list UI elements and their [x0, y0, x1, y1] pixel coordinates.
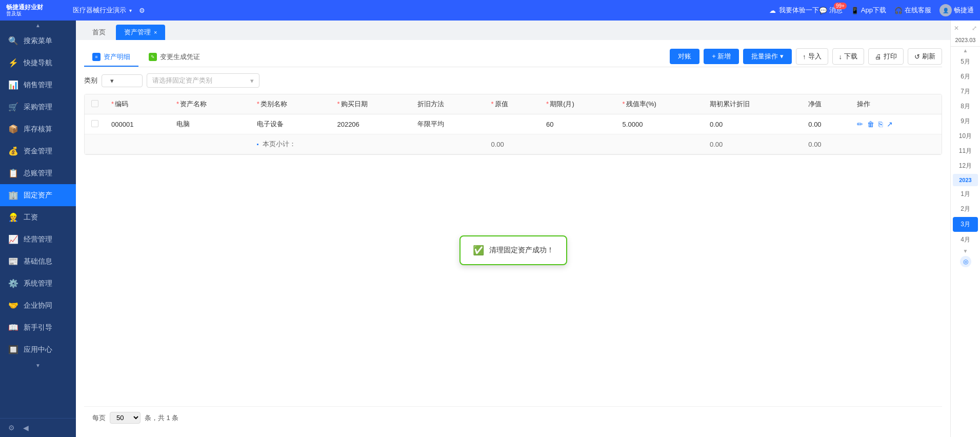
toast-success-icon: ✅: [473, 245, 484, 256]
main-layout: ▲ 🔍 搜索菜单 ⚡ 快捷导航 📊 销售管理 🛒 采购管理 📦 库存核算 💰 资…: [0, 21, 980, 437]
sidebar-item-appstore[interactable]: 🔲 应用中心: [0, 339, 76, 361]
sidebar-item-quicknav[interactable]: ⚡ 快捷导航: [0, 52, 76, 74]
header-initial-accumulated: 期初累计折旧: [704, 94, 802, 114]
timeline-9[interactable]: 9月: [951, 114, 980, 129]
timeline-close-icon[interactable]: ✕: [954, 25, 959, 32]
category-type-selector[interactable]: ▾: [102, 74, 143, 87]
message-button[interactable]: 💬 消息 99+: [819, 6, 843, 15]
tab-close-icon[interactable]: ×: [154, 29, 157, 35]
sidebar-item-system[interactable]: ⚙️ 系统管理: [0, 272, 76, 294]
row-checkbox[interactable]: [91, 120, 98, 127]
tab-asset-management[interactable]: 资产管理 ×: [116, 25, 165, 40]
timeline-scroll-down[interactable]: ▼: [962, 247, 969, 255]
timeline-year-month: 2023.03: [955, 37, 976, 43]
timeline-8[interactable]: 8月: [951, 99, 980, 114]
header-action: 操作: [851, 94, 942, 114]
sidebar-item-basic-info[interactable]: 📰 基础信息: [0, 250, 76, 272]
sidebar-item-fixed-assets[interactable]: 🏢 固定资产: [0, 184, 76, 206]
settings-bottom-icon[interactable]: ⚙: [8, 424, 15, 432]
asset-detail-tab-icon: ≡: [92, 53, 101, 61]
edit-icon[interactable]: ✏: [857, 120, 863, 128]
add-new-label: + 新增: [712, 52, 731, 61]
tab-active-label: 资产管理: [124, 28, 151, 37]
subtotal-empty-3: [170, 134, 251, 154]
row-residual-rate: 5.0000: [616, 114, 704, 134]
online-service-button[interactable]: 🎧 在线客服: [894, 6, 931, 15]
sidebar-item-inventory[interactable]: 📦 库存核算: [0, 118, 76, 140]
add-new-button[interactable]: + 新增: [704, 49, 739, 64]
sidebar-item-purchase[interactable]: 🛒 采购管理: [0, 96, 76, 118]
sidebar-item-collaboration[interactable]: 🤝 企业协同: [0, 294, 76, 316]
timeline-today-button[interactable]: ◎: [960, 256, 971, 267]
timeline-5[interactable]: 5月: [951, 54, 980, 69]
header-checkbox[interactable]: [91, 100, 98, 107]
message-badge: 99+: [834, 3, 847, 9]
tab-home[interactable]: 首页: [84, 25, 114, 40]
sidebar-item-guide[interactable]: 📖 新手引导: [0, 316, 76, 339]
timeline-3-current[interactable]: 3月: [953, 217, 978, 232]
timeline-4[interactable]: 4月: [951, 232, 980, 247]
timeline-scroll-up[interactable]: ▲: [962, 47, 969, 54]
table-row: 000001 电脑 电子设备 202206 年限平均 60 5.0000 0.0…: [85, 114, 942, 134]
download-button[interactable]: ↓ 下载: [832, 48, 865, 65]
batch-operations-button[interactable]: 批量操作 ▾: [743, 49, 792, 64]
sidebar-label-finance: 资金管理: [24, 147, 52, 156]
online-service-label: 在线客服: [905, 6, 931, 15]
app-download-button[interactable]: 📱 App下载: [851, 6, 886, 15]
sidebar-label-operations: 经营管理: [24, 235, 52, 244]
timeline-10[interactable]: 10月: [951, 129, 980, 144]
print-button[interactable]: 🖨 打印: [868, 48, 904, 65]
timeline-12[interactable]: 12月: [951, 158, 980, 173]
refresh-button[interactable]: ↺ 刷新: [908, 48, 942, 65]
sidebar-item-operations[interactable]: 📈 经营管理: [0, 228, 76, 250]
header-original-value: *原值: [485, 94, 540, 114]
import-button[interactable]: ↑ 导入: [796, 48, 828, 65]
voucher-tab-label: 变更生成凭证: [160, 52, 200, 62]
timeline-1[interactable]: 1月: [951, 187, 980, 202]
more-icon[interactable]: ↗: [887, 120, 893, 128]
batch-operations-label: 批量操作 ▾: [751, 52, 784, 61]
sales-icon: 📊: [8, 80, 18, 90]
sidebar-scroll-up[interactable]: ▲: [0, 21, 76, 30]
sidebar-item-payroll[interactable]: 👷 工资: [0, 206, 76, 228]
sidebar-label-basic-info: 基础信息: [24, 257, 52, 266]
sidebar-item-sales[interactable]: 📊 销售管理: [0, 74, 76, 96]
content-area: 首页 资产管理 × ≡ 资产明细 ✎ 变更生成凭证: [76, 21, 950, 437]
sidebar-item-search[interactable]: 🔍 搜索菜单: [0, 30, 76, 52]
sidebar-scroll-down[interactable]: ▼: [0, 361, 76, 370]
timeline-7[interactable]: 7月: [951, 84, 980, 99]
company-selector[interactable]: 医疗器械行业演示 ▾ ⚙: [73, 6, 759, 15]
page-content: ≡ 资产明细 ✎ 变更生成凭证 对账 + 新增 批量操作 ▾: [76, 40, 950, 437]
row-depreciation-method: 年限平均: [411, 114, 485, 134]
reconcile-button[interactable]: 对账: [670, 49, 699, 64]
sidebar-bottom: ⚙ ◀: [0, 418, 76, 437]
header-code: *编码: [105, 94, 170, 114]
header-purchase-date: *购买日期: [331, 94, 411, 114]
sidebar: ▲ 🔍 搜索菜单 ⚡ 快捷导航 📊 销售管理 🛒 采购管理 📦 库存核算 💰 资…: [0, 21, 76, 437]
category-value-selector[interactable]: 请选择固定资产类别 ▾: [147, 73, 259, 88]
timeline-6[interactable]: 6月: [951, 69, 980, 84]
company-settings-icon[interactable]: ⚙: [139, 7, 145, 14]
user-profile[interactable]: 👤 畅捷通: [939, 4, 974, 16]
download-icon: 📱: [851, 7, 859, 14]
tab-voucher-generation[interactable]: ✎ 变更生成凭证: [141, 48, 208, 67]
row-checkbox-cell: [85, 114, 105, 134]
delete-icon[interactable]: 🗑: [867, 120, 874, 128]
timeline-11[interactable]: 11月: [951, 144, 980, 158]
subtotal-empty-5: [411, 134, 485, 154]
sidebar-collapse-button[interactable]: ◀: [23, 424, 29, 432]
message-icon: 💬: [819, 7, 827, 14]
timeline-expand-icon[interactable]: ⤢: [972, 25, 977, 32]
subtotal-empty-action: [851, 134, 942, 154]
copy-icon[interactable]: ⎘: [878, 120, 883, 128]
per-page-select[interactable]: 50 100 200: [110, 412, 141, 424]
sidebar-item-finance[interactable]: 💰 资金管理: [0, 140, 76, 162]
timeline-2[interactable]: 2月: [951, 202, 980, 216]
timeline-year-2023[interactable]: 2023: [953, 174, 978, 186]
experience-button[interactable]: ☁ 我要体验一下: [769, 6, 819, 15]
subtotal-empty-8: [616, 134, 704, 154]
category-selector-arrow: ▾: [250, 77, 254, 85]
tab-asset-detail[interactable]: ≡ 资产明细: [84, 48, 138, 67]
sidebar-item-ledger[interactable]: 📋 总账管理: [0, 162, 76, 184]
row-category: 电子设备: [251, 114, 331, 134]
